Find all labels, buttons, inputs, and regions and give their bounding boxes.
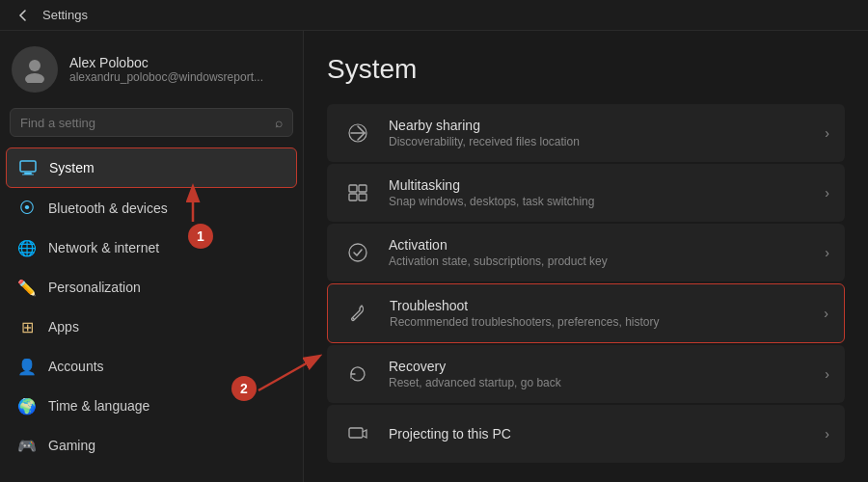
svg-point-1 [25,73,44,83]
nearby-sharing-text: Nearby sharingDiscoverability, received … [389,118,809,148]
troubleshoot-label: Troubleshoot [390,298,808,313]
activation-chevron: › [825,245,829,260]
search-box[interactable]: ⌕ [10,108,293,137]
projecting-chevron: › [825,426,829,442]
user-email: alexandru_poloboc@windowsreport... [69,70,263,84]
troubleshoot-desc: Recommended troubleshooters, preferences… [390,315,808,329]
svg-point-10 [349,244,366,261]
nav-list: System⦿Bluetooth & devices🌐Network & int… [0,147,303,466]
setting-item-troubleshoot[interactable]: TroubleshootRecommended troubleshooters,… [327,283,845,343]
recovery-label: Recovery [389,359,809,374]
search-input[interactable] [20,116,267,130]
user-name: Alex Poloboc [69,55,263,70]
page-title: System [327,54,845,85]
nearby-sharing-label: Nearby sharing [389,118,809,133]
recovery-chevron: › [825,366,829,382]
bluetooth-icon: ⦿ [17,199,37,218]
svg-point-11 [353,318,355,320]
sidebar-item-network[interactable]: 🌐Network & internet [6,228,297,267]
troubleshoot-icon [343,298,374,329]
svg-point-0 [29,60,41,71]
sidebar-item-label-gaming: Gaming [48,438,95,453]
accounts-icon: 👤 [17,357,37,376]
projecting-icon [342,418,373,449]
apps-icon: ⊞ [17,317,37,336]
activation-icon [342,237,373,268]
svg-rect-12 [349,428,363,438]
svg-rect-4 [22,174,34,175]
svg-rect-9 [359,194,366,201]
troubleshoot-text: TroubleshootRecommended troubleshooters,… [390,298,808,329]
sidebar-item-label-apps: Apps [48,319,79,335]
sidebar-item-bluetooth[interactable]: ⦿Bluetooth & devices [6,189,297,228]
multitasking-label: Multitasking [389,177,809,193]
nearby-sharing-desc: Discoverability, received files location [389,135,809,148]
network-icon: 🌐 [17,238,37,257]
nearby-sharing-icon [342,118,373,148]
avatar [12,46,58,93]
sidebar-item-label-accounts: Accounts [48,359,104,374]
search-icon: ⌕ [275,115,283,130]
user-info: Alex Poloboc alexandru_poloboc@windowsre… [69,55,263,84]
recovery-desc: Reset, advanced startup, go back [389,376,809,389]
activation-text: ActivationActivation state, subscription… [389,237,809,268]
projecting-text: Projecting to this PC [389,426,809,442]
sidebar-item-label-time: Time & language [48,398,149,414]
sidebar: Alex Poloboc alexandru_poloboc@windowsre… [0,31,304,482]
multitasking-text: MultitaskingSnap windows, desktops, task… [389,177,809,208]
gaming-icon: 🎮 [17,436,37,455]
sidebar-item-system[interactable]: System [6,147,297,188]
multitasking-desc: Snap windows, desktops, task switching [389,195,809,208]
sidebar-item-personalization[interactable]: ✏️Personalization [6,268,297,307]
projecting-label: Projecting to this PC [389,426,809,442]
titlebar: Settings [0,0,868,31]
setting-item-activation[interactable]: ActivationActivation state, subscription… [327,224,845,281]
setting-item-projecting[interactable]: Projecting to this PC› [327,405,845,463]
time-icon: 🌍 [17,396,37,415]
titlebar-title: Settings [42,8,88,22]
setting-item-recovery[interactable]: RecoveryReset, advanced startup, go back… [327,345,845,403]
activation-label: Activation [389,237,809,253]
multitasking-chevron: › [825,185,829,201]
back-button[interactable] [12,4,35,27]
sidebar-item-label-network: Network & internet [48,240,159,255]
annotation-badge-1: 1 [188,224,213,249]
nearby-sharing-chevron: › [825,125,829,141]
svg-rect-8 [349,194,357,201]
sidebar-item-apps[interactable]: ⊞Apps [6,308,297,346]
main-layout: Alex Poloboc alexandru_poloboc@windowsre… [0,31,868,482]
settings-list: Nearby sharingDiscoverability, received … [327,104,845,463]
troubleshoot-chevron: › [824,306,828,321]
recovery-text: RecoveryReset, advanced startup, go back [389,359,809,389]
sidebar-item-label-bluetooth: Bluetooth & devices [48,201,168,216]
svg-rect-2 [20,161,36,172]
system-icon [18,158,38,177]
sidebar-item-gaming[interactable]: 🎮Gaming [6,426,297,465]
svg-rect-6 [349,185,357,192]
multitasking-icon [342,177,373,208]
svg-rect-7 [359,185,366,192]
setting-item-multitasking[interactable]: MultitaskingSnap windows, desktops, task… [327,164,845,222]
recovery-icon [342,359,373,389]
sidebar-item-label-personalization: Personalization [48,280,141,295]
activation-desc: Activation state, subscriptions, product… [389,254,809,268]
content-area: System Nearby sharingDiscoverability, re… [304,31,868,482]
sidebar-item-label-system: System [49,160,95,175]
user-profile: Alex Poloboc alexandru_poloboc@windowsre… [0,31,303,104]
personalization-icon: ✏️ [17,278,37,297]
setting-item-nearby-sharing[interactable]: Nearby sharingDiscoverability, received … [327,104,845,162]
annotation-badge-2: 2 [231,376,257,401]
